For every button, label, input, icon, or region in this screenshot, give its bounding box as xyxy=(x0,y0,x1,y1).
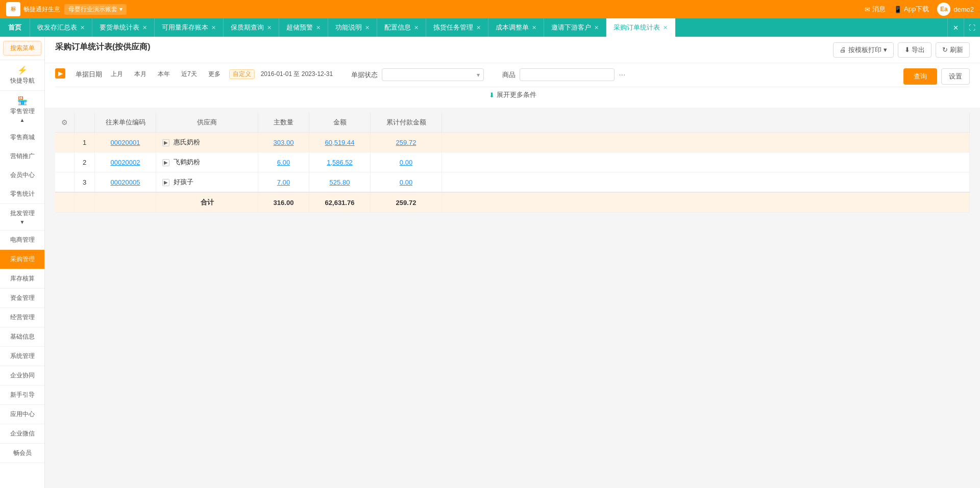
tab-chengben[interactable]: 成本调整单 ✕ xyxy=(488,18,544,37)
supplier-expand-icon[interactable]: ▶ xyxy=(162,179,169,186)
sidebar-item-finance[interactable]: 资金管理 xyxy=(0,289,44,307)
table-row: 1 00020001 ▶ 惠氏奶粉 303.00 60,519.44 259.7… xyxy=(55,133,970,152)
sidebar-item-base[interactable]: 基础信息 xyxy=(0,327,44,346)
sidebar-item-mall[interactable]: 零售商城 xyxy=(0,128,44,147)
sidebar-item-member[interactable]: 会员中心 xyxy=(0,166,44,185)
tab-peizhi-close-icon[interactable]: ✕ xyxy=(414,24,419,31)
tab-yaohuo-close-icon[interactable]: ✕ xyxy=(142,24,147,31)
sidebar-item-collab[interactable]: 企业协同 xyxy=(0,366,44,385)
tab-chaochuyujing[interactable]: 超储预警 ✕ xyxy=(279,18,328,37)
row-code-cell[interactable]: 00020001 xyxy=(95,133,156,152)
breadcrumb[interactable]: 母婴行业演示账套 ▾ xyxy=(64,4,127,15)
sidebar-item-stock[interactable]: 库存核算 xyxy=(0,269,44,288)
supplier-expand-icon[interactable]: ▶ xyxy=(162,139,169,146)
row-paid-cell[interactable]: 0.00 xyxy=(371,152,442,172)
sidebar-item-appcenter[interactable]: 应用中心 xyxy=(0,405,44,424)
tab-peizhi[interactable]: 配置信息 ✕ xyxy=(377,18,426,37)
refresh-button[interactable]: ↻ 刷新 xyxy=(936,42,970,58)
row-supplier-cell: ▶ 飞鹤奶粉 xyxy=(156,152,258,172)
row-amount-cell[interactable]: 60,519.44 xyxy=(309,133,371,152)
tab-jianhuo-close-icon[interactable]: ✕ xyxy=(476,24,481,31)
tab-kuyongliang[interactable]: 可用量库存账本 ✕ xyxy=(155,18,224,37)
row-qty-cell[interactable]: 6.00 xyxy=(258,152,309,172)
row-amount-cell[interactable]: 1,586.52 xyxy=(309,152,371,172)
message-button[interactable]: ✉ 消息 xyxy=(865,5,886,14)
ecommerce-label: 电商管理 xyxy=(10,236,35,244)
stock-label: 库存核算 xyxy=(10,274,35,283)
tab-baozhi[interactable]: 保质期查询 ✕ xyxy=(224,18,279,37)
query-button[interactable]: 查询 xyxy=(903,68,937,85)
sidebar-item-wholesale[interactable]: 批发管理 ▼ xyxy=(0,204,44,230)
col-header-code: 往来单位编码 xyxy=(95,113,156,133)
shortcut-last-month[interactable]: 上月 xyxy=(106,68,128,80)
row-amount-cell[interactable]: 525.80 xyxy=(309,172,371,193)
filter-main-row: ▶ 单据日期 上月 本月 本年 近7天 更多 自定义 2016-01-01 至 … xyxy=(55,68,970,85)
goods-more-icon[interactable]: ··· xyxy=(619,70,625,80)
filter-expand-arrow-icon[interactable]: ▶ xyxy=(55,68,65,79)
tab-gongneng-close-icon[interactable]: ✕ xyxy=(365,24,370,31)
sidebar-item-purchase[interactable]: 采购管理 xyxy=(0,250,44,269)
export-label: 导出 xyxy=(912,46,925,54)
tab-yaohuo[interactable]: 要货单统计表 ✕ xyxy=(92,18,155,37)
tab-shoufacun[interactable]: 收发存汇总表 ✕ xyxy=(30,18,92,37)
shortcut-7days[interactable]: 近7天 xyxy=(177,68,202,80)
sidebar-item-quicknav[interactable]: ⚡ 快捷导航 xyxy=(0,60,44,90)
expand-conditions-button[interactable]: ⬇ 展开更多条件 xyxy=(489,90,536,99)
nav-expand-button[interactable]: ⛶ xyxy=(964,18,980,37)
shortcut-more[interactable]: 更多 xyxy=(204,68,225,80)
date-range-display: 2016-01-01 至 2023-12-31 xyxy=(261,70,333,79)
tab-chengben-close-icon[interactable]: ✕ xyxy=(532,24,536,31)
tab-home[interactable]: 首页 xyxy=(0,18,30,37)
filter-goods-group: 商品 ··· xyxy=(502,68,625,81)
sidebar-item-vip[interactable]: 畅会员 xyxy=(0,444,44,463)
user-area[interactable]: Ea demo2 xyxy=(937,3,974,16)
row-index-cell: 3 xyxy=(75,172,95,193)
app-download-button[interactable]: 📱 App下载 xyxy=(894,5,929,14)
wholesale-expand-icon: ▼ xyxy=(20,219,25,225)
tab-chaochuyujing-close-icon[interactable]: ✕ xyxy=(316,24,321,31)
tab-baozhi-close-icon[interactable]: ✕ xyxy=(267,24,272,31)
search-menu-button[interactable]: 搜索菜单 xyxy=(3,41,41,56)
tab-jianhuo[interactable]: 拣货任务管理 ✕ xyxy=(426,18,488,37)
print-button[interactable]: 🖨 按模板打印 ▾ xyxy=(833,42,894,58)
table-header-row: ⚙ 往来单位编码 供应商 主数量 金额 xyxy=(55,113,970,133)
tab-caigou-label: 采购订单统计表 xyxy=(614,23,660,32)
goods-input[interactable] xyxy=(520,68,615,81)
tab-gongneng[interactable]: 功能说明 ✕ xyxy=(328,18,377,37)
tab-yaoqing-close-icon[interactable]: ✕ xyxy=(594,24,599,31)
sidebar-item-ops[interactable]: 经营管理 xyxy=(0,308,44,327)
col-settings-icon[interactable]: ⚙ xyxy=(61,118,68,126)
sidebar-item-wechat[interactable]: 企业微信 xyxy=(0,424,44,443)
sidebar-appcenter-section: 应用中心 xyxy=(0,405,44,424)
nav-close-all-button[interactable]: ✕ xyxy=(947,18,964,37)
sidebar-item-retail-stats[interactable]: 零售统计 xyxy=(0,185,44,203)
tab-kuyongliang-close-icon[interactable]: ✕ xyxy=(211,24,216,31)
row-paid-cell[interactable]: 0.00 xyxy=(371,172,442,193)
tab-shoufacun-close-icon[interactable]: ✕ xyxy=(80,24,85,31)
shortcut-this-month[interactable]: 本月 xyxy=(130,68,151,80)
sidebar-item-marketing[interactable]: 营销推广 xyxy=(0,147,44,166)
logo-text: 畅捷通好生意 xyxy=(23,5,60,14)
sidebar-item-ecommerce[interactable]: 电商管理 xyxy=(0,230,44,249)
supplier-expand-icon[interactable]: ▶ xyxy=(162,159,169,166)
marketing-label: 营销推广 xyxy=(10,152,35,161)
sidebar-item-retail[interactable]: 🏪 零售管理 ▲ xyxy=(0,91,44,128)
export-button[interactable]: ⬇ 导出 xyxy=(898,42,932,58)
tab-yaoqing[interactable]: 邀请下游客户 ✕ xyxy=(544,18,606,37)
sidebar-item-newbie[interactable]: 新手引导 xyxy=(0,386,44,404)
row-qty-cell[interactable]: 303.00 xyxy=(258,133,309,152)
row-qty-cell[interactable]: 7.00 xyxy=(258,172,309,193)
row-code-cell[interactable]: 00020005 xyxy=(95,172,156,193)
row-code-cell[interactable]: 00020002 xyxy=(95,152,156,172)
member-label: 会员中心 xyxy=(10,171,35,179)
logo-area: 标 畅捷通好生意 xyxy=(6,2,60,16)
row-paid-cell[interactable]: 259.72 xyxy=(371,133,442,152)
row-supplier-cell: ▶ 好孩子 xyxy=(156,172,258,193)
tab-yaohuo-label: 要货单统计表 xyxy=(100,23,139,32)
status-select[interactable] xyxy=(382,68,484,81)
tab-caigou-close-icon[interactable]: ✕ xyxy=(663,24,668,31)
shortcut-this-year[interactable]: 本年 xyxy=(153,68,175,80)
tab-caigou-active[interactable]: 采购订单统计表 ✕ xyxy=(606,18,675,37)
sidebar-item-sys[interactable]: 系统管理 xyxy=(0,347,44,366)
filter-settings-button[interactable]: 设置 xyxy=(941,68,970,85)
